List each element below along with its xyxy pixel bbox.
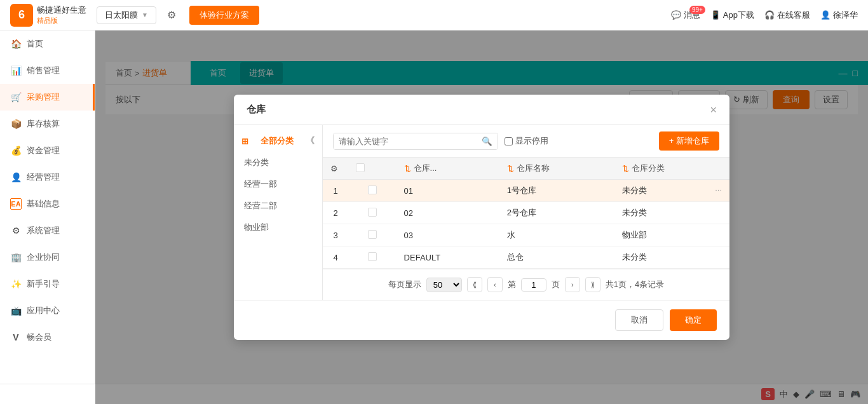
sidebar-label-purchase: 采购管理 — [27, 91, 60, 103]
row-index: 1 — [323, 180, 348, 202]
row-category: 未分类 — [614, 246, 729, 269]
sidebar-item-inventory[interactable]: 📦 库存核算 — [0, 111, 95, 137]
operations-icon: 👤 — [10, 172, 22, 183]
sidebar-item-sales[interactable]: 📊 销售管理 — [0, 57, 95, 84]
brand-logo: 6 畅捷通好生意 精品版 — [10, 4, 86, 27]
row-checkbox[interactable] — [348, 224, 397, 246]
guide-icon: ✨ — [10, 278, 22, 290]
row-checkbox[interactable] — [348, 246, 397, 269]
cancel-button[interactable]: 取消 — [615, 309, 663, 331]
first-page-button[interactable]: ⟪ — [467, 277, 482, 292]
online-service-button[interactable]: 🎧 在线客服 — [764, 10, 810, 21]
search-box: 🔍 — [333, 133, 498, 150]
grid-icon: ⊞ — [241, 137, 248, 146]
table-header-row: ⚙ ⇅ 仓库... — [323, 158, 729, 180]
show-disabled-checkbox[interactable] — [505, 137, 513, 145]
sidebar-item-apps[interactable]: 📺 应用中心 — [0, 297, 95, 324]
sidebar-item-purchase[interactable]: 🛒 采购管理 — [0, 84, 95, 111]
show-disabled-toggle[interactable]: 显示停用 — [505, 135, 548, 147]
sidebar-item-basic-info[interactable]: EA 基础信息 — [0, 191, 95, 217]
main-layout: 🏠 首页 📊 销售管理 🛒 采购管理 📦 库存核算 💰 资金管理 👤 经营管理 … — [0, 30, 868, 404]
collapse-icon[interactable]: 《 — [306, 135, 315, 147]
row-index: 3 — [323, 224, 348, 246]
sidebar-item-enterprise[interactable]: 🏢 企业协同 — [0, 244, 95, 271]
sidebar-item-operations[interactable]: 👤 经营管理 — [0, 164, 95, 191]
category-header[interactable]: ⊞ 全部分类 《 — [234, 130, 322, 152]
table-row[interactable]: 1 01 1号仓库 未分类 ··· — [323, 180, 729, 202]
brand-icon: 6 — [10, 4, 33, 27]
purchase-icon: 🛒 — [10, 91, 22, 103]
page-size-select[interactable]: 50 100 — [426, 278, 462, 292]
table-row[interactable]: 2 02 2号仓库 未分类 — [323, 202, 729, 224]
sales-icon: 📊 — [10, 65, 22, 76]
modal-body: ⊞ 全部分类 《 未分类 经营一部 经营二部 物业部 — [234, 125, 729, 300]
page-number-input[interactable] — [521, 278, 546, 292]
row-name: 1号仓库 — [499, 180, 614, 202]
header-right: 💬 消息 99+ 📱 App下载 🎧 在线客服 👤 徐泽华 — [671, 10, 858, 21]
inventory-icon: 📦 — [10, 118, 22, 130]
category-item-ops1[interactable]: 经营一部 — [234, 173, 322, 195]
page-unit-label: 页 — [552, 279, 560, 290]
table-row[interactable]: 3 03 水 物业部 — [323, 224, 729, 246]
category-item-ops2[interactable]: 经营二部 — [234, 195, 322, 217]
sidebar-label-vip: 畅会员 — [27, 332, 51, 343]
modal-right-panel: 🔍 显示停用 + 新增仓库 — [323, 125, 729, 300]
modal-overlay: 仓库 × ⊞ 全部分类 《 未分类 经营一部 经营二部 — [95, 30, 868, 404]
sidebar-label-inventory: 库存核算 — [27, 118, 60, 130]
category-sidebar: ⊞ 全部分类 《 未分类 经营一部 经营二部 物业部 — [234, 125, 323, 300]
app-download-button[interactable]: 📱 App下载 — [710, 10, 754, 21]
category-item-property[interactable]: 物业部 — [234, 217, 322, 238]
th-category[interactable]: ⇅ 仓库分类 — [614, 158, 729, 180]
category-item-uncategorized[interactable]: 未分类 — [234, 152, 322, 173]
modal-footer: 取消 确定 — [234, 300, 729, 340]
sidebar-item-system[interactable]: ⚙ 系统管理 — [0, 217, 95, 244]
home-icon: 🏠 — [10, 38, 22, 50]
confirm-button[interactable]: 确定 — [670, 309, 717, 331]
show-disabled-label: 显示停用 — [515, 135, 548, 147]
message-icon: 💬 — [671, 10, 681, 20]
row-actions-icon[interactable]: ··· — [715, 185, 722, 194]
sidebar-item-guide[interactable]: ✨ 新手引导 — [0, 271, 95, 297]
trial-button[interactable]: 体验行业方案 — [189, 6, 259, 25]
row-checkbox[interactable] — [348, 180, 397, 202]
search-button[interactable]: 🔍 — [477, 133, 498, 149]
user-profile-button[interactable]: 👤 徐泽华 — [820, 10, 858, 21]
row-category: 物业部 — [614, 224, 729, 246]
th-code[interactable]: ⇅ 仓库... — [397, 158, 499, 180]
sidebar-label-finance: 资金管理 — [27, 145, 60, 156]
next-page-button[interactable]: › — [565, 277, 580, 292]
search-input[interactable] — [334, 133, 477, 149]
system-icon: ⚙ — [10, 225, 22, 236]
settings-icon[interactable]: ⚙ — [161, 5, 182, 25]
sort-icon-cat: ⇅ — [622, 164, 629, 173]
category-all-label: 全部分类 — [261, 135, 294, 147]
sidebar-item-finance[interactable]: 💰 资金管理 — [0, 137, 95, 164]
finance-icon: 💰 — [10, 145, 22, 156]
row-checkbox[interactable] — [348, 202, 397, 224]
sidebar-label-apps: 应用中心 — [27, 305, 60, 316]
main-content: 首页 进货单 — □ 首页 > 进货单 按以下 🖨 打印 — [95, 30, 868, 404]
page-size-label: 每页显示 — [388, 279, 421, 290]
row-name: 水 — [499, 224, 614, 246]
modal-header: 仓库 × — [234, 95, 729, 125]
message-badge: 99+ — [689, 6, 705, 14]
warehouse-modal: 仓库 × ⊞ 全部分类 《 未分类 经营一部 经营二部 — [234, 95, 729, 340]
apps-icon: 📺 — [10, 305, 22, 316]
row-category: 未分类 ··· — [614, 180, 729, 202]
prev-page-button[interactable]: ‹ — [487, 277, 503, 292]
sidebar-label-system: 系统管理 — [27, 225, 60, 236]
last-page-button[interactable]: ⟫ — [585, 277, 600, 292]
messages-button[interactable]: 💬 消息 99+ — [671, 10, 700, 21]
new-warehouse-button[interactable]: + 新增仓库 — [659, 131, 719, 151]
top-header: 6 畅捷通好生意 精品版 日太阳膜 ▼ ⚙ 体验行业方案 💬 消息 99+ 📱 … — [0, 0, 868, 30]
sidebar-item-home[interactable]: 🏠 首页 — [0, 30, 95, 57]
company-selector[interactable]: 日太阳膜 ▼ — [97, 6, 156, 24]
sidebar-item-vip[interactable]: V 畅会员 — [0, 324, 95, 351]
vip-icon: V — [10, 332, 22, 343]
enterprise-icon: 🏢 — [10, 252, 22, 263]
row-name: 总仓 — [499, 246, 614, 269]
th-name[interactable]: ⇅ 仓库名称 — [499, 158, 614, 180]
row-code: 01 — [397, 180, 499, 202]
modal-close-button[interactable]: × — [710, 104, 717, 116]
table-row[interactable]: 4 DEFAULT 总仓 未分类 — [323, 246, 729, 269]
